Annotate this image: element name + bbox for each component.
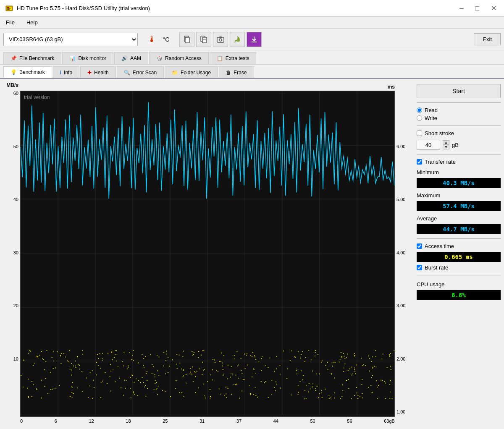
maximize-button[interactable]: □	[472, 3, 482, 13]
stroke-down-btn[interactable]: ▼	[443, 145, 449, 149]
tab-file-benchmark-label: File Benchmark	[19, 55, 54, 61]
burst-rate-label: Burst rate	[425, 264, 448, 271]
minimum-value: 40.3 MB/s	[417, 178, 501, 188]
minimum-label: Minimum	[417, 169, 501, 175]
y-left-50: 50	[13, 144, 18, 149]
divider-1	[417, 102, 501, 103]
menu-bar: File Help	[0, 17, 504, 29]
tab-disk-monitor[interactable]: 📊 Disk monitor	[62, 52, 113, 64]
tabs-row-1: 📌 File Benchmark 📊 Disk monitor 🔊 AAM 🎲 …	[0, 50, 504, 65]
drive-selector-wrapper: VID:03SR64G (63 gB)	[3, 33, 138, 46]
benchmark-icon: 💡	[10, 69, 17, 75]
thermometer-icon: 🌡	[148, 34, 156, 44]
tab-benchmark-label: Benchmark	[19, 69, 45, 75]
tab-erase-label: Erase	[234, 70, 247, 76]
tab-info[interactable]: i Info	[53, 66, 79, 78]
read-radio-item[interactable]: Read	[417, 107, 501, 113]
burst-rate-checkbox[interactable]	[417, 265, 422, 270]
stroke-unit: gB	[452, 142, 459, 148]
maximum-label: Maximum	[417, 192, 501, 199]
write-radio[interactable]	[417, 115, 422, 121]
short-stroke-checkbox[interactable]	[417, 131, 422, 136]
tab-erase[interactable]: 🗑 Erase	[219, 66, 254, 78]
drive-selector[interactable]: VID:03SR64G (63 gB)	[3, 33, 138, 46]
read-radio[interactable]	[417, 107, 422, 113]
x-label-25: 25	[163, 419, 168, 424]
toolbar-icons	[179, 32, 262, 47]
svg-rect-3	[7, 8, 10, 9]
error-scan-icon: 🔍	[124, 70, 130, 76]
temperature-value: – °C	[158, 36, 169, 43]
svg-point-12	[219, 39, 222, 41]
close-button[interactable]: ✕	[488, 3, 499, 13]
tab-error-scan[interactable]: 🔍 Error Scan	[117, 66, 164, 78]
tab-file-benchmark[interactable]: 📌 File Benchmark	[3, 52, 61, 64]
tab-extra-tests[interactable]: 📋 Extra tests	[210, 52, 257, 64]
divider-4	[417, 238, 501, 239]
copy-icon-btn[interactable]	[179, 32, 194, 47]
divider-5	[417, 275, 501, 275]
camera-icon-btn[interactable]	[213, 32, 228, 47]
burst-rate-item[interactable]: Burst rate	[417, 264, 501, 271]
ms-label: ms	[388, 84, 395, 90]
tab-folder-usage[interactable]: 📁 Folder Usage	[165, 66, 218, 78]
menu-help[interactable]: Help	[24, 18, 40, 26]
tab-extra-tests-label: Extra tests	[226, 55, 249, 61]
tab-aam[interactable]: 🔊 AAM	[114, 52, 148, 64]
right-panel: Start Read Write Short stroke ▲ ▼ gB	[417, 82, 501, 426]
x-label-18: 18	[126, 419, 131, 424]
toolbar: VID:03SR64G (63 gB) 🌡 – °C	[0, 29, 504, 50]
folder-icon: 📁	[172, 70, 178, 76]
transfer-rate-checkbox[interactable]	[417, 159, 422, 165]
title-bar: HD Tune Pro 5.75 - Hard Disk/SSD Utility…	[0, 0, 504, 17]
svg-rect-11	[217, 37, 224, 42]
svg-rect-2	[7, 7, 9, 8]
x-label-31: 31	[200, 419, 205, 424]
menu-file[interactable]: File	[3, 18, 17, 26]
access-time-item[interactable]: Access time	[417, 243, 501, 249]
leaf-icon-btn[interactable]	[230, 32, 245, 47]
chart-bottom-labels: 0 6 12 18 25 31 37 44 50 56 63gB	[20, 417, 395, 427]
y-left-0	[17, 409, 18, 414]
write-radio-item[interactable]: Write	[417, 115, 501, 121]
tab-health[interactable]: ✚ Health	[80, 66, 116, 78]
exit-button[interactable]: Exit	[474, 33, 501, 45]
tab-random-access[interactable]: 🎲 Random Access	[149, 52, 209, 64]
divider-2	[417, 126, 501, 126]
divider-3	[417, 154, 501, 154]
tab-benchmark[interactable]: 💡 Benchmark	[3, 66, 52, 78]
minimize-button[interactable]: –	[457, 3, 466, 13]
copy2-icon-btn[interactable]	[196, 32, 211, 47]
y-right-300: 3.00	[396, 303, 405, 308]
stroke-up-btn[interactable]: ▲	[443, 140, 449, 145]
random-access-icon: 🎲	[156, 55, 163, 61]
x-label-37: 37	[236, 419, 242, 424]
chart-with-axes: MB/s 60 50 40 30 20 10 ms trial version	[3, 82, 413, 427]
y-right-600v: 6.00	[396, 144, 405, 149]
window-title: HD Tune Pro 5.75 - Hard Disk/SSD Utility…	[17, 5, 150, 11]
stroke-input[interactable]	[417, 140, 440, 150]
write-label: Write	[425, 115, 437, 121]
temperature-display: 🌡 – °C	[148, 34, 169, 44]
transfer-rate-label: Transfer rate	[425, 159, 456, 165]
y-axis-left-label: MB/s	[6, 82, 18, 88]
access-time-checkbox[interactable]	[417, 243, 422, 249]
average-value: 44.7 MB/s	[417, 224, 501, 234]
chart-wrapper: MB/s 60 50 40 30 20 10 ms trial version	[3, 82, 413, 426]
chart-inner: ms trial version 0 6 12 18 25 31 37 44 5…	[20, 82, 395, 427]
short-stroke-item[interactable]: Short stroke	[417, 130, 501, 136]
chart-canvas-area: trial version	[20, 91, 395, 417]
y-left-20: 20	[13, 303, 18, 308]
svg-rect-14	[252, 42, 257, 42]
start-button[interactable]: Start	[417, 84, 501, 98]
tab-aam-label: AAM	[130, 55, 141, 61]
main-content: MB/s 60 50 40 30 20 10 ms trial version	[0, 79, 504, 429]
chart-canvas	[21, 91, 394, 415]
download-icon-btn[interactable]	[247, 32, 262, 47]
tab-random-access-label: Random Access	[165, 55, 202, 61]
transfer-rate-item[interactable]: Transfer rate	[417, 159, 501, 165]
tab-disk-monitor-label: Disk monitor	[78, 55, 106, 61]
file-benchmark-icon: 📌	[10, 55, 17, 61]
erase-icon: 🗑	[226, 70, 231, 76]
x-label-0: 0	[20, 419, 23, 424]
